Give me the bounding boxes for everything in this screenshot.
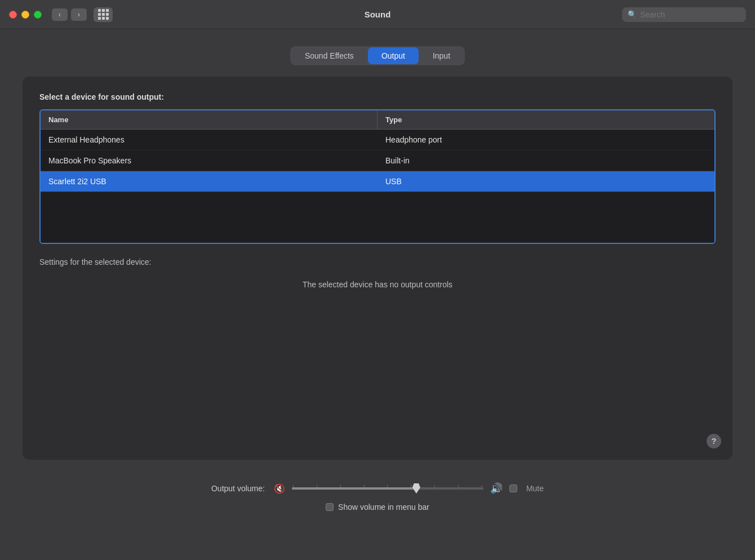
mute-label: Mute	[526, 484, 544, 493]
slider-ticks	[292, 485, 483, 487]
show-in-menubar-checkbox[interactable]	[326, 503, 334, 511]
search-icon: 🔍	[628, 10, 637, 19]
back-button[interactable]: ‹	[52, 8, 68, 21]
menubar-label: Show volume in menu bar	[338, 503, 429, 512]
volume-label: Output volume:	[211, 484, 265, 493]
no-controls-message: The selected device has no output contro…	[39, 280, 716, 289]
tabs-container: Sound Effects Output Input	[23, 46, 732, 65]
device-type: Built-in	[378, 150, 714, 171]
table-row-selected[interactable]: Scarlett 2i2 USB USB	[41, 171, 714, 192]
table-body: External Headphones Headphone port MacBo…	[41, 130, 714, 243]
table-empty-area[interactable]	[41, 192, 714, 243]
tab-sound-effects[interactable]: Sound Effects	[291, 47, 367, 64]
window-title: Sound	[365, 10, 391, 19]
device-name: Scarlett 2i2 USB	[41, 171, 378, 192]
menubar-row: Show volume in menu bar	[23, 503, 732, 512]
volume-row: Output volume: 🔇 🔊 Mute	[23, 482, 732, 495]
help-button[interactable]: ?	[707, 434, 721, 448]
volume-slider[interactable]	[292, 487, 483, 490]
slider-thumb[interactable]	[412, 483, 420, 494]
tab-group: Sound Effects Output Input	[290, 46, 465, 65]
table-header: Name Type	[41, 110, 714, 130]
nav-buttons: ‹ ›	[52, 8, 87, 21]
search-input[interactable]	[640, 10, 740, 19]
traffic-lights	[9, 11, 42, 19]
device-name: MacBook Pro Speakers	[41, 150, 378, 171]
section-label: Select a device for sound output:	[39, 92, 716, 101]
tab-output[interactable]: Output	[368, 47, 419, 64]
grid-button[interactable]	[94, 7, 113, 22]
device-type: Headphone port	[378, 130, 714, 150]
mute-checkbox[interactable]	[509, 485, 517, 492]
grid-icon	[98, 9, 109, 20]
titlebar: ‹ › Sound 🔍	[0, 0, 755, 29]
col-name-header: Name	[41, 110, 378, 129]
slider-fill	[292, 487, 416, 490]
tab-input[interactable]: Input	[419, 47, 464, 64]
settings-label: Settings for the selected device:	[39, 257, 716, 266]
minimize-button[interactable]	[21, 11, 29, 19]
device-table: Name Type External Headphones Headphone …	[39, 109, 716, 244]
forward-button[interactable]: ›	[71, 8, 87, 21]
table-row[interactable]: MacBook Pro Speakers Built-in	[41, 150, 714, 171]
device-type: USB	[378, 171, 714, 192]
table-row[interactable]: External Headphones Headphone port	[41, 130, 714, 150]
bottom-bar: Output volume: 🔇 🔊 Mute Show volume in m…	[0, 471, 755, 523]
search-box[interactable]: 🔍	[622, 7, 746, 22]
volume-high-icon: 🔊	[490, 482, 503, 495]
col-type-header: Type	[378, 110, 714, 129]
maximize-button[interactable]	[34, 11, 42, 19]
device-name: External Headphones	[41, 130, 378, 150]
main-content: Sound Effects Output Input Select a devi…	[0, 29, 755, 471]
close-button[interactable]	[9, 11, 17, 19]
volume-low-icon: 🔇	[274, 483, 285, 494]
panel: Select a device for sound output: Name T…	[23, 77, 732, 460]
